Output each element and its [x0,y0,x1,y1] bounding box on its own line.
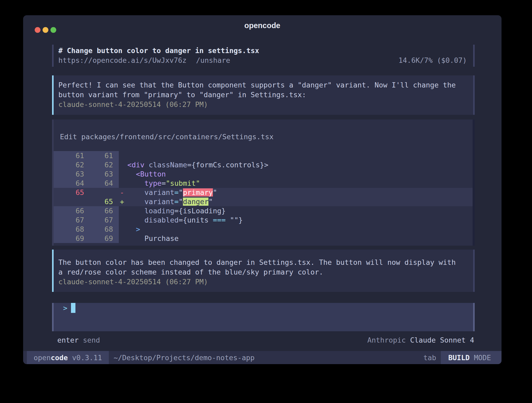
prompt-chevron: > [63,304,67,312]
line-number-old: 63 [54,169,84,179]
line-number-new: 65 [84,197,113,206]
diff-code-line: > [119,225,473,234]
message-line: Perfect! I can see that the Button compo… [58,80,467,90]
diff-row: 6161 [54,151,473,160]
assistant-message: Perfect! I can see that the Button compo… [52,75,475,115]
line-number-new: 67 [84,215,113,225]
diff-code-line: type="submit" [119,179,473,188]
line-number-old: 69 [54,234,84,243]
mode-chip[interactable]: BUILD MODE [441,351,502,364]
diff-row: 6363 <Button [54,169,473,179]
text-cursor [71,303,75,313]
app-name: open [34,354,51,362]
model-name: Claude Sonnet 4 [410,336,474,344]
line-number-new: 66 [84,206,113,215]
line-number-old [54,197,84,206]
app-version-chip: opencode v0.3.11 [27,351,109,364]
diff-row: 6464 type="submit" [54,179,473,188]
diff-row: 65+ variant="danger" [54,197,473,206]
edit-diff-panel: Edit packages/frontend/src/containers/Se… [52,120,475,246]
diff-marker: + [120,197,124,206]
share-url-link[interactable]: https://opencode.ai/s/UwJxv76z [58,56,187,65]
diff-code-line [119,151,473,160]
token-usage: 14.6K/7% ($0.07) [398,56,467,65]
line-number-old: 67 [54,215,84,225]
diff-view: 61616262 <div className={formCs.controls… [54,151,473,243]
session-header: # Change button color to danger in setti… [52,45,475,67]
mode-label-bold: BUILD [448,354,469,362]
working-directory: ~/Desktop/Projects/demo-notes-app [114,351,254,364]
app-name-bold: code [51,354,68,362]
unshare-command[interactable]: /unshare [196,56,230,65]
line-number-new: 68 [84,225,113,234]
key-action: send [83,336,100,344]
line-number-old: 61 [54,151,84,160]
app-version: v0.3.11 [72,354,102,362]
diff-row: 65- variant="primary" [54,188,473,197]
titlebar: opencode [23,15,502,36]
assistant-message: The button color has been changed to dan… [52,250,475,292]
message-line: The button color has been changed to dan… [58,257,467,267]
model-timestamp: claude-sonnet-4-20250514 (06:27 PM) [58,100,467,109]
diff-row: 6666 loading={isLoading} [54,206,473,215]
diff-row: 6262 <div className={formCs.controls}> [54,160,473,169]
line-number-old: 66 [54,206,84,215]
line-number-new: 64 [84,179,113,188]
tab-hint[interactable]: tab [423,351,436,364]
line-number-new: 63 [84,169,113,179]
message-line: a red/rose color scheme instead of the b… [58,267,467,277]
diff-code-line: - variant="primary" [119,188,473,197]
diff-code-line: + variant="danger" [119,197,473,206]
diff-row: 6767 disabled={units === ""} [54,215,473,225]
line-number-new: 62 [84,160,113,169]
diff-code-line: loading={isLoading} [119,206,473,215]
diff-code-line: <Button [119,169,473,179]
edit-file-title: Edit packages/frontend/src/containers/Se… [54,120,473,142]
message-line: button variant from "primary" to "danger… [58,90,467,100]
diff-code-line: <div className={formCs.controls}> [119,160,473,169]
diff-row: 6868 > [54,225,473,234]
session-title: # Change button color to danger in setti… [58,46,467,56]
provider-name: Anthropic [367,336,406,344]
hint-bar: enter send Anthropic Claude Sonnet 4 [52,336,475,345]
line-number-old: 64 [54,179,84,188]
line-number-new [84,188,113,197]
line-number-old: 62 [54,160,84,169]
window-title: opencode [23,15,502,36]
line-number-new: 69 [84,234,113,243]
line-number-old: 65 [54,188,84,197]
prompt-input[interactable]: > [52,303,475,331]
mode-label: MODE [474,354,491,362]
diff-code-line: disabled={units === ""} [119,215,473,225]
key-hint: enter [57,336,79,344]
diff-row: 6969 Purchase [54,234,473,243]
opencode-window: opencode # Change button color to danger… [23,15,502,364]
line-number-new: 61 [84,151,113,160]
line-number-old: 68 [54,225,84,234]
model-timestamp: claude-sonnet-4-20250514 (06:27 PM) [58,277,467,287]
status-bar: opencode v0.3.11 ~/Desktop/Projects/demo… [23,351,502,364]
diff-code-line: Purchase [119,234,473,243]
diff-marker: - [120,188,124,197]
